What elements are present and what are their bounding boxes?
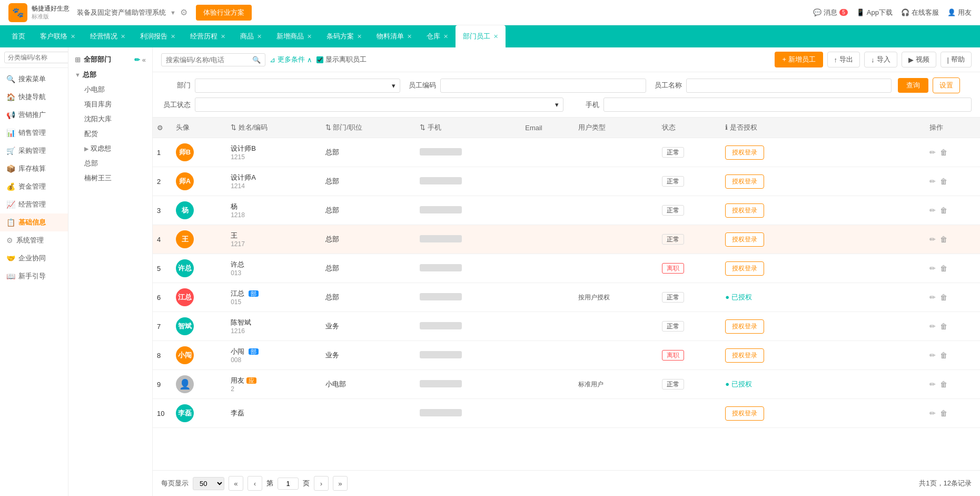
settings-icon[interactable]: ⚙	[180, 7, 187, 17]
dept-item-small-elec[interactable]: 小电部	[68, 82, 152, 97]
edit-icon[interactable]: ✏	[929, 409, 936, 417]
dept-edit-icon[interactable]: ✏	[134, 56, 140, 64]
close-icon-active[interactable]: ✕	[493, 33, 498, 40]
close-icon[interactable]: ✕	[121, 33, 125, 40]
sidebar-item-marketing[interactable]: 📢营销推广	[0, 106, 68, 124]
edit-icon[interactable]: ✏	[929, 235, 936, 244]
dept-item-nan[interactable]: 楠树王三	[68, 171, 152, 186]
delete-icon[interactable]: 🗑	[940, 177, 947, 186]
col-phone[interactable]: ⇅ 手机	[415, 118, 521, 138]
auth-button[interactable]: 授权登录	[725, 232, 764, 247]
prev-page-button[interactable]: ‹	[248, 476, 262, 491]
more-conditions-button[interactable]: ⊿ 更多条件 ∧	[270, 55, 312, 64]
last-page-button[interactable]: »	[333, 476, 348, 491]
col-name[interactable]: ⇅ 姓名/编码	[226, 118, 321, 138]
page-size-select[interactable]: 50 100 200	[193, 477, 224, 490]
dept-item-shuanglv[interactable]: ▶双虑想	[68, 141, 152, 156]
delete-icon[interactable]: 🗑	[940, 322, 947, 330]
close-icon[interactable]: ✕	[257, 33, 262, 40]
sidebar-item-collab[interactable]: 🤝企业协同	[0, 249, 68, 267]
nav-item-warehouse[interactable]: 仓库 ✕	[419, 25, 456, 47]
edit-icon[interactable]: ✏	[929, 351, 936, 359]
auth-button[interactable]: 授权登录	[725, 174, 764, 189]
sidebar-item-basic[interactable]: 📋基础信息	[0, 213, 68, 231]
search-input[interactable]	[166, 56, 250, 64]
sidebar-item-finance[interactable]: 💰资金管理	[0, 178, 68, 196]
delete-icon[interactable]: 🗑	[940, 351, 947, 359]
edit-icon[interactable]: ✏	[929, 264, 936, 273]
nav-item-barcode[interactable]: 条码方案 ✕	[319, 25, 369, 47]
auth-button[interactable]: 授权登录	[725, 348, 764, 363]
close-icon[interactable]: ✕	[307, 33, 312, 40]
phone-input[interactable]	[603, 98, 972, 112]
close-icon[interactable]: ✕	[71, 33, 75, 40]
nav-item-operation[interactable]: 经营情况 ✕	[83, 25, 133, 47]
sidebar-item-stock[interactable]: 📦库存核算	[0, 160, 68, 178]
close-icon[interactable]: ✕	[357, 33, 362, 40]
dept-item-distribution[interactable]: 配货	[68, 127, 152, 141]
first-page-button[interactable]: «	[229, 476, 243, 491]
delete-icon[interactable]: 🗑	[940, 264, 947, 273]
view-button[interactable]: ▶ 视频	[902, 52, 936, 67]
edit-icon[interactable]: ✏	[929, 293, 936, 302]
close-icon[interactable]: ✕	[443, 33, 448, 40]
message-button[interactable]: 💬 消息 5	[813, 8, 848, 17]
emp-code-input[interactable]	[440, 79, 646, 93]
export-button[interactable]: ↑ 导出	[827, 52, 860, 67]
system-dropdown-arrow[interactable]: ▼	[170, 9, 176, 16]
delete-icon[interactable]: 🗑	[940, 380, 947, 388]
delete-icon[interactable]: 🗑	[940, 409, 947, 417]
dept-item-project[interactable]: 项目库房	[68, 97, 152, 112]
edit-icon[interactable]: ✏	[929, 148, 936, 157]
delete-icon[interactable]: 🗑	[940, 206, 947, 215]
auth-button[interactable]: 授权登录	[725, 319, 764, 334]
nav-item-bom[interactable]: 物料清单 ✕	[369, 25, 419, 47]
dept-item-hq[interactable]: 总部	[68, 156, 152, 171]
close-icon[interactable]: ✕	[407, 33, 412, 40]
dept-select[interactable]: ▾	[195, 79, 400, 93]
auth-button[interactable]: 授权登录	[725, 406, 764, 421]
set-button[interactable]: 设置	[933, 77, 960, 93]
user-menu-button[interactable]: 👤 用友	[947, 8, 972, 17]
emp-name-input[interactable]	[686, 79, 892, 93]
dept-item-general[interactable]: ▼总部	[68, 67, 152, 82]
close-icon[interactable]: ✕	[171, 33, 175, 40]
close-icon[interactable]: ✕	[221, 33, 225, 40]
col-dept[interactable]: ⇅ 部门/职位	[321, 118, 416, 138]
delete-icon[interactable]: 🗑	[940, 148, 947, 157]
sidebar-item-system[interactable]: ⚙系统管理	[0, 231, 68, 249]
page-number-input[interactable]	[278, 478, 299, 490]
col-settings[interactable]: ⚙	[153, 118, 172, 138]
dept-collapse-icon[interactable]: «	[142, 56, 146, 64]
sidebar-item-guide[interactable]: 📖新手引导	[0, 267, 68, 285]
nav-item-new-goods[interactable]: 新增商品 ✕	[269, 25, 319, 47]
sidebar-item-quicknav[interactable]: 🏠快捷导航	[0, 88, 68, 106]
nav-item-process[interactable]: 经营历程 ✕	[183, 25, 233, 47]
search-icon[interactable]: 🔍	[252, 56, 261, 64]
sidebar-item-search[interactable]: 🔍搜索菜单	[0, 70, 68, 88]
auth-button[interactable]: 授权登录	[725, 145, 764, 160]
auth-button[interactable]: 授权登录	[725, 203, 764, 218]
edit-icon[interactable]: ✏	[929, 206, 936, 215]
add-employee-button[interactable]: + 新增员工	[775, 52, 823, 67]
trial-button[interactable]: 体验行业方案	[196, 5, 252, 21]
sidebar-search-input[interactable]	[4, 52, 68, 63]
online-service-button[interactable]: 🎧 在线客服	[901, 8, 939, 17]
emp-status-select[interactable]: ▾	[195, 98, 563, 112]
search-button[interactable]: 查询	[898, 78, 928, 93]
nav-item-customer[interactable]: 客户联络 ✕	[33, 25, 83, 47]
nav-item-goods[interactable]: 商品 ✕	[233, 25, 269, 47]
delete-icon[interactable]: 🗑	[940, 293, 947, 302]
next-page-button[interactable]: ›	[314, 476, 329, 491]
nav-item-profit[interactable]: 利润报告 ✕	[133, 25, 183, 47]
nav-item-home[interactable]: 首页	[4, 25, 33, 47]
app-download-button[interactable]: 📱 App下载	[856, 8, 893, 17]
show-resigned-checkbox[interactable]	[316, 56, 323, 63]
sidebar-item-purchase[interactable]: 🛒采购管理	[0, 142, 68, 160]
import-button[interactable]: ↓ 导入	[864, 52, 897, 67]
dept-item-shenyang[interactable]: 沈阳大库	[68, 112, 152, 127]
edit-icon[interactable]: ✏	[929, 322, 936, 330]
auth-button[interactable]: 授权登录	[725, 261, 764, 276]
edit-icon[interactable]: ✏	[929, 380, 936, 388]
help-button[interactable]: | 帮助	[941, 52, 972, 67]
